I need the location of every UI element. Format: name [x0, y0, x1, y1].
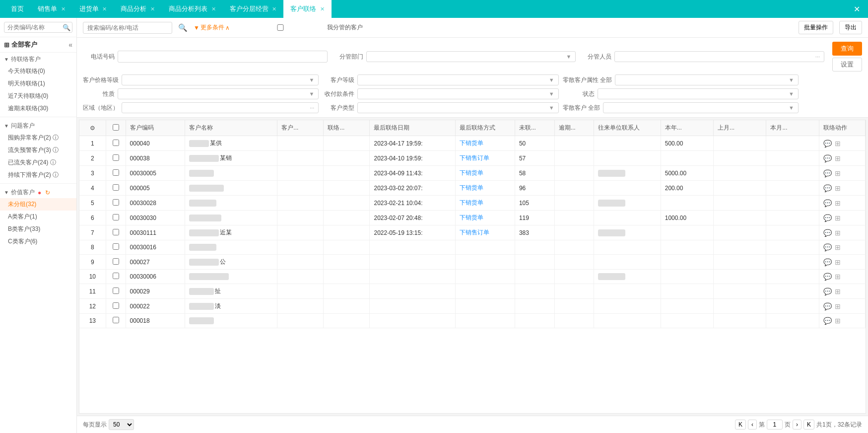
row-lastway[interactable]: 下销售订单 — [456, 225, 515, 240]
my-customers-check[interactable] — [236, 24, 325, 31]
row-lastway[interactable]: 下销售订单 — [456, 151, 515, 166]
action-more-icon[interactable]: ⊞ — [835, 288, 841, 295]
action-more-icon[interactable]: ⊞ — [835, 154, 841, 162]
action-call-icon[interactable]: 💬 — [823, 317, 832, 325]
close-customer-segment-icon[interactable]: ✕ — [272, 6, 276, 12]
action-call-icon[interactable]: 💬 — [823, 169, 832, 177]
col-check[interactable] — [106, 120, 126, 136]
sidebar-search-icon[interactable]: 🔍 — [63, 24, 70, 31]
sidebar-item-a-class[interactable]: A类客户(1) — [0, 211, 76, 223]
row-name[interactable] — [185, 270, 277, 284]
row-lastway[interactable]: 下销货单 — [456, 181, 515, 196]
nav-customer-segment[interactable]: 客户分层经营 ✕ — [223, 0, 284, 18]
row-check[interactable] — [106, 196, 126, 211]
my-customers-checkbox[interactable]: 我分管的客户 — [236, 23, 363, 32]
sidebar-item-churn-risk[interactable]: 流失预警客户(3) ⓘ — [0, 144, 76, 156]
row-name[interactable]: 扯 — [185, 284, 277, 299]
filter-select-payment[interactable]: ▼ — [357, 88, 558, 99]
row-name[interactable]: 近某 — [185, 225, 277, 240]
close-product-analysis-icon[interactable]: ✕ — [150, 6, 155, 12]
row-lastway[interactable] — [456, 284, 515, 299]
filter-select-region[interactable]: ··· — [122, 102, 319, 113]
sidebar-item-tomorrow[interactable]: 明天待联络(1) — [0, 77, 76, 90]
query-btn[interactable]: 查询 — [832, 42, 862, 56]
pager-next-btn[interactable]: › — [793, 420, 801, 430]
action-more-icon[interactable]: ⊞ — [835, 214, 841, 222]
action-call-icon[interactable]: 💬 — [823, 214, 832, 222]
filter-select-dept[interactable]: ▼ — [366, 51, 576, 62]
row-name[interactable] — [185, 166, 277, 181]
action-more-icon[interactable]: ⊞ — [835, 169, 841, 177]
batch-op-btn[interactable]: 批量操作 — [799, 21, 833, 34]
pager-page-input[interactable] — [767, 420, 783, 430]
row-check[interactable] — [106, 270, 126, 284]
row-name[interactable] — [185, 181, 277, 196]
row-lastway[interactable] — [456, 299, 515, 314]
filter-select-retail-attr[interactable]: ▼ — [615, 74, 799, 85]
action-more-icon[interactable]: ⊞ — [835, 302, 841, 310]
row-lastway[interactable]: 下销货单 — [456, 136, 515, 151]
pager-first-btn[interactable]: K — [735, 420, 746, 430]
sidebar-item-today[interactable]: 今天待联络(0) — [0, 65, 76, 77]
row-name[interactable] — [185, 314, 277, 328]
row-check[interactable] — [106, 211, 126, 225]
action-more-icon[interactable]: ⊞ — [835, 243, 841, 251]
more-conditions-btn[interactable]: ▼ 更多条件 ∧ — [194, 23, 230, 32]
reset-btn[interactable]: 设置 — [832, 58, 862, 72]
export-btn[interactable]: 导出 — [839, 21, 862, 34]
filter-select-retail-customer[interactable]: ▼ — [603, 102, 799, 113]
page-size-select[interactable]: 20 50 100 — [109, 419, 134, 430]
row-lastway[interactable] — [456, 314, 515, 328]
action-more-icon[interactable]: ⊞ — [835, 199, 841, 207]
action-more-icon[interactable]: ⊞ — [835, 184, 841, 192]
row-check[interactable] — [106, 225, 126, 240]
action-call-icon[interactable]: 💬 — [823, 258, 832, 266]
nav-product-analysis-list[interactable]: 商品分析列表 ✕ — [162, 0, 223, 18]
row-check[interactable] — [106, 255, 126, 270]
sidebar-item-c-class[interactable]: C类客户(6) — [0, 235, 76, 248]
action-call-icon[interactable]: 💬 — [823, 154, 832, 162]
row-check[interactable] — [106, 284, 126, 299]
row-lastway[interactable] — [456, 270, 515, 284]
close-purchase-icon[interactable]: ✕ — [102, 6, 107, 12]
row-lastway[interactable]: 下销货单 — [456, 166, 515, 181]
sidebar-item-lost[interactable]: 已流失客户(24) ⓘ — [0, 156, 76, 169]
filter-select-customer-level[interactable]: ▼ — [357, 74, 558, 85]
sidebar-group-problem[interactable]: ▼ 问题客户 — [0, 119, 76, 132]
action-call-icon[interactable]: 💬 — [823, 273, 832, 281]
refresh-icon[interactable]: ↻ — [45, 189, 50, 196]
sidebar-item-b-class[interactable]: B类客户(33) — [0, 223, 76, 235]
action-more-icon[interactable]: ⊞ — [835, 258, 841, 266]
col-settings[interactable]: ⚙ — [79, 120, 106, 136]
action-more-icon[interactable]: ⊞ — [835, 317, 841, 325]
row-name[interactable] — [185, 211, 277, 225]
filter-select-nature[interactable]: ▼ — [118, 88, 319, 99]
row-check[interactable] — [106, 314, 126, 328]
action-call-icon[interactable]: 💬 — [823, 184, 832, 192]
row-lastway[interactable] — [456, 240, 515, 255]
sidebar-item-inactive[interactable]: 持续下滑客户(2) ⓘ — [0, 169, 76, 181]
filter-select-price-level[interactable]: ▼ — [122, 74, 319, 85]
pager-last-btn[interactable]: K — [803, 420, 814, 430]
action-more-icon[interactable]: ⊞ — [835, 140, 841, 147]
select-all-check[interactable] — [113, 124, 119, 131]
action-call-icon[interactable]: 💬 — [823, 140, 832, 147]
action-call-icon[interactable]: 💬 — [823, 243, 832, 251]
row-name[interactable]: 某销 — [185, 151, 277, 166]
sidebar-item-ungraded[interactable]: 未分组(32) — [0, 198, 76, 211]
filter-select-customer-type[interactable]: ▼ — [357, 102, 558, 113]
action-call-icon[interactable]: 💬 — [823, 288, 832, 295]
filter-select-status[interactable]: ▼ — [598, 88, 799, 99]
row-name[interactable]: 淡 — [185, 299, 277, 314]
action-call-icon[interactable]: 💬 — [823, 229, 832, 237]
sidebar-collapse-btn[interactable]: « — [68, 41, 72, 49]
search-btn[interactable]: 🔍 — [178, 23, 188, 32]
row-check[interactable] — [106, 136, 126, 151]
row-name[interactable] — [185, 196, 277, 211]
sidebar-all-customers[interactable]: ⊞ 全部客户 « — [0, 37, 76, 53]
nav-customer-contact[interactable]: 客户联络 ✕ — [283, 0, 332, 18]
row-lastway[interactable]: 下销货单 — [456, 196, 515, 211]
close-customer-contact-icon[interactable]: ✕ — [320, 6, 325, 12]
nav-sales[interactable]: 销售单 ✕ — [31, 0, 72, 18]
row-lastway[interactable] — [456, 255, 515, 270]
